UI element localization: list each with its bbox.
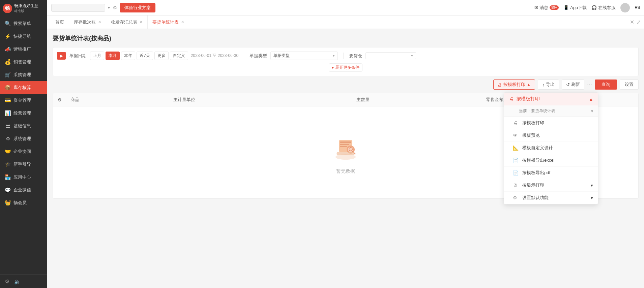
print-template-button[interactable]: 🖨 按模板打印 ▲	[493, 79, 535, 90]
tab-home[interactable]: 首页	[51, 15, 69, 29]
print-dropdown: 🖨 按模板打印 ▲ 当前：要货单统计表 ▾ 🖨 按模板打印 👁 模板预览	[504, 92, 598, 204]
topbar-chevron-icon[interactable]: ▾	[108, 5, 110, 10]
dropdown-item-template-preview[interactable]: 👁 模板预览	[504, 129, 598, 142]
topbar-right: ✉ 消息 99+ 📱 App下载 🎧 在线客服 Rit	[534, 3, 640, 12]
topbar-gear-icon[interactable]: ⚙	[113, 5, 117, 11]
refresh-button[interactable]: ↺ 刷新	[562, 79, 584, 90]
dropdown-item-template-excel[interactable]: 📄 按模板导出excel	[504, 154, 598, 167]
sidebar-item-purchase[interactable]: 🛒 采购管理	[0, 68, 47, 81]
set-default-icon: ⚙	[513, 195, 519, 200]
goods-select[interactable]: ▾	[365, 52, 416, 59]
sound-icon[interactable]: 🔈	[14, 278, 21, 285]
date-btn-last-month[interactable]: 上月	[90, 52, 104, 60]
online-service-label: 在线客服	[598, 5, 616, 11]
sidebar-item-inventory[interactable]: 📦 库存核算	[0, 81, 47, 94]
dropdown-item-template-print[interactable]: 🖨 按模板打印	[504, 117, 598, 129]
filter-toggle-btn[interactable]: ▶	[57, 52, 66, 60]
sidebar-item-operations[interactable]: 📊 经营管理	[0, 107, 47, 120]
message-icon: ✉	[534, 5, 538, 10]
expand-label: 展开更多条件	[335, 65, 359, 70]
set-default-left: ⚙ 设置默认功能	[513, 195, 549, 201]
svg-rect-4	[340, 146, 347, 147]
tab-order-summary-close[interactable]: ✕	[181, 20, 184, 24]
sidebar-item-label: 应用中心	[13, 174, 31, 180]
sidebar-item-label: 经营管理	[13, 110, 31, 116]
purchase-icon: 🛒	[5, 72, 11, 78]
industry-solution-button[interactable]: 体验行业方案	[120, 3, 155, 12]
sidebar: 畅 畅康通好生意 标准版 🔍 搜索菜单 ⚡ 快捷导航 📣 营销推广 💰 销售管理…	[0, 0, 47, 288]
refresh-label: 刷新	[571, 82, 580, 88]
service-icon: 🎧	[591, 5, 597, 10]
sidebar-item-label: 快捷导航	[13, 33, 31, 39]
export-icon: ↑	[542, 82, 545, 87]
sidebar-item-label: 销售管理	[13, 59, 31, 65]
sidebar-item-guide[interactable]: 🎓 新手引导	[0, 158, 47, 171]
online-service-button[interactable]: 🎧 在线客服	[591, 5, 616, 11]
sidebar-item-quicknav[interactable]: ⚡ 快捷导航	[0, 30, 47, 43]
export-button[interactable]: ↑ 导出	[538, 79, 559, 90]
expand-more-btn[interactable]: ▾ 展开更多条件	[329, 63, 362, 72]
print-chevron-up: ▲	[527, 82, 531, 87]
sidebar-item-member[interactable]: 👑 畅会员	[0, 196, 47, 209]
topbar: ▾ ⚙ 体验行业方案 ✉ 消息 99+ 📱 App下载 🎧 在线客服 Rit	[47, 0, 644, 15]
date-btn-7days[interactable]: 近7天	[137, 52, 153, 60]
template-preview-label: 模板预览	[522, 132, 540, 138]
tab-expand-button[interactable]: ⤢	[636, 19, 641, 25]
tab-close-button[interactable]: ✕	[630, 19, 634, 25]
tab-batch-account[interactable]: 库存批次账 ✕	[69, 15, 106, 29]
tab-collect-summary-close[interactable]: ✕	[140, 20, 143, 24]
search-icon: 🔍	[5, 21, 11, 27]
date-btn-more[interactable]: 更多	[154, 52, 169, 60]
col-settings[interactable]: ⚙	[53, 93, 66, 106]
tabbar: 首页 库存批次账 ✕ 收发存汇总表 ✕ 要货单统计表 ✕ ✕ ⤢	[47, 15, 644, 29]
sidebar-item-sales[interactable]: 💰 销售管理	[0, 56, 47, 68]
date-btn-this-month[interactable]: 本月	[106, 52, 120, 60]
username-label: Rit	[635, 5, 640, 10]
sidebar-item-label: 新手引导	[13, 161, 31, 167]
dropdown-item-template-design[interactable]: 📐 模板自定义设计	[504, 142, 598, 154]
guide-icon: 🎓	[5, 161, 11, 167]
message-button[interactable]: ✉ 消息 99+	[534, 5, 559, 11]
print-dropdown-header[interactable]: 🖨 按模板打印 ▲	[504, 93, 598, 105]
avatar[interactable]	[620, 3, 630, 12]
app-name: 畅康通好生意	[14, 3, 38, 9]
refresh-icon: ↺	[566, 82, 570, 87]
tab-order-summary[interactable]: 要货单统计表 ✕	[148, 15, 189, 29]
app-sub: 标准版	[14, 9, 38, 13]
sidebar-item-finance[interactable]: 💳 资金管理	[0, 94, 47, 107]
settings-button[interactable]: 设置	[620, 79, 639, 90]
query-button[interactable]: 查询	[595, 79, 617, 90]
basic-icon: 🗃	[5, 123, 11, 129]
date-btn-this-year[interactable]: 本年	[121, 52, 135, 60]
sidebar-item-appstore[interactable]: 🏪 应用中心	[0, 171, 47, 184]
search-input[interactable]	[51, 4, 105, 12]
member-icon: 👑	[5, 200, 11, 206]
sidebar-item-search[interactable]: 🔍 搜索菜单	[0, 17, 47, 30]
sidebar-item-label: 库存核算	[13, 85, 31, 91]
date-btn-custom[interactable]: 自定义	[170, 52, 188, 60]
template-print-label: 按模板打印	[522, 120, 544, 126]
template-design-label: 模板自定义设计	[522, 145, 553, 151]
dropdown-item-display-print[interactable]: 🖥 按显示打印 ▾	[504, 179, 598, 192]
tab-home-label: 首页	[55, 19, 64, 25]
app-download-label: App下载	[570, 5, 587, 11]
operations-icon: 📊	[5, 110, 11, 116]
display-print-arrow: ▾	[591, 183, 593, 188]
sidebar-item-marketing[interactable]: 📣 营销推广	[0, 43, 47, 56]
more-actions-button[interactable]: ···	[587, 81, 592, 88]
type-select[interactable]: 单据类型 ▾	[270, 52, 338, 60]
collab-icon: 🤝	[5, 149, 11, 155]
sidebar-item-collab[interactable]: 🤝 企业协同	[0, 145, 47, 158]
sidebar-item-wechat[interactable]: 💬 企业微信	[0, 184, 47, 196]
sidebar-item-basic[interactable]: 🗃 基础信息	[0, 120, 47, 132]
settings-icon[interactable]: ⚙	[5, 278, 9, 285]
tab-batch-account-close[interactable]: ✕	[98, 20, 101, 24]
app-download-button[interactable]: 📱 App下载	[563, 5, 587, 11]
tab-collect-summary[interactable]: 收发存汇总表 ✕	[106, 15, 148, 29]
current-template-row[interactable]: 当前：要货单统计表 ▾	[504, 105, 598, 117]
dropdown-item-set-default[interactable]: ⚙ 设置默认功能 ▾	[504, 192, 598, 204]
sidebar-item-system[interactable]: ⚙ 系统管理	[0, 132, 47, 145]
dropdown-item-template-pdf[interactable]: 📄 按模板导出pdf	[504, 167, 598, 179]
type-select-arrow: ▾	[333, 54, 335, 58]
tab-batch-account-label: 库存批次账	[74, 19, 96, 25]
